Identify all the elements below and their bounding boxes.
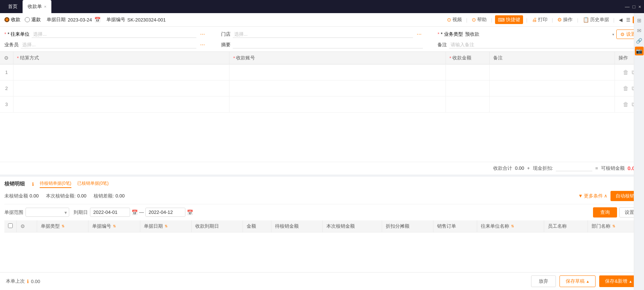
nuclear-info-icon[interactable]: ℹ	[32, 181, 34, 187]
number-value: SK-20230324-001	[127, 17, 166, 23]
range-field: 单据范围	[4, 208, 69, 217]
filter-icon: ▼	[578, 193, 583, 199]
refund-radio[interactable]: 退款	[25, 16, 41, 23]
prev-value: 0.00	[31, 279, 40, 284]
row-account-1[interactable]	[229, 64, 446, 81]
due-label: 到期日	[74, 209, 88, 216]
row-amount-3[interactable]	[445, 97, 489, 113]
nuclear-stats: 未核销金额 0.00 本次核销金额: 0.00 核销差额: 0.00 ▼ 更多条…	[4, 191, 640, 201]
row-account-2[interactable]	[229, 81, 446, 97]
row-settlement-1[interactable]	[13, 64, 229, 81]
partner-input[interactable]	[32, 31, 196, 38]
delete-icon-3[interactable]: 🗑	[623, 101, 629, 108]
row-settlement-2[interactable]	[13, 81, 229, 97]
nav-tab-receipt[interactable]: 收款单 ×	[23, 0, 51, 13]
abandon-btn[interactable]: 放弃	[531, 275, 556, 287]
salesperson-more-btn[interactable]: ···	[199, 42, 206, 48]
row-remarks-1[interactable]	[489, 64, 614, 81]
sort-icon-type: ⇅	[62, 224, 64, 228]
th-sale-order: 销售订单	[433, 220, 477, 232]
date-to-input[interactable]	[145, 208, 185, 217]
summary-input[interactable]	[233, 41, 423, 48]
sidebar-table-icon[interactable]: ⊞	[635, 16, 644, 25]
delete-icon-2[interactable]: 🗑	[623, 85, 629, 92]
equals-sign: =	[595, 165, 598, 171]
operate-icon: ⚙	[557, 17, 562, 23]
bottom-table: ⚙ 单据类型 ⇅ 单据编号 ⇅	[4, 220, 640, 232]
sidebar-mail-icon[interactable]: ✉	[635, 26, 644, 35]
video-label: 视频	[452, 16, 462, 23]
business-type-arrow[interactable]: ▾	[612, 32, 614, 36]
print-icon: 🖨	[532, 17, 537, 23]
summary-field: 摘要	[221, 41, 423, 48]
bottom-gear-icon[interactable]: ⚙	[20, 223, 25, 229]
nuclear-header: 核销明细 ℹ 待核销单据(0笔) 已核销单据(0笔)	[4, 180, 640, 188]
close-tab-icon[interactable]: ×	[44, 4, 46, 9]
salesperson-input[interactable]	[21, 41, 196, 48]
nuclear-tab-done[interactable]: 已核销单据(0笔)	[77, 180, 109, 188]
date-calendar-icon[interactable]: 📅	[94, 17, 101, 23]
summary-row: 收款合计 0.00 + 现金折扣: = 可核销金额 0.00	[0, 162, 644, 175]
filter-right-buttons: 查询 设置	[593, 207, 640, 218]
save-draft-arrow: ▲	[586, 279, 590, 283]
th-current-nuclear: 本次核销金额	[323, 220, 382, 232]
th-amount: 金额	[243, 220, 271, 232]
store-input[interactable]	[233, 31, 413, 38]
video-btn[interactable]: ⊙ 视频	[445, 16, 463, 24]
sidebar-link-icon[interactable]: 🔗	[635, 36, 644, 45]
form-row-1: * 往来单位 ··· 门店 ··· * 业务类型 预收款 ▾ ⚙ 设置	[4, 30, 640, 39]
date-from-calendar-icon[interactable]: 📅	[131, 209, 138, 215]
number-label: 单据编号	[106, 16, 125, 23]
query-btn[interactable]: 查询	[593, 207, 617, 218]
toolbar-row: 收款 退款 单据日期 2023-03-24 📅 单据编号 SK-20230324…	[0, 13, 644, 27]
receipt-radio[interactable]: 收款	[4, 16, 20, 23]
row-settlement-3[interactable]	[13, 97, 229, 113]
layout-list-icon[interactable]: ☰	[625, 16, 632, 23]
range-select[interactable]	[25, 208, 69, 217]
save-new-label: 保存&新增	[605, 278, 627, 285]
nuclear-tab-pending[interactable]: 待核销单据(0笔)	[40, 180, 71, 188]
table-row: 2 🗑 ⧉	[0, 81, 644, 97]
save-draft-btn[interactable]: 保存草稿 ▲	[559, 275, 596, 287]
th-settlement-label: 结算方式	[20, 55, 39, 61]
row-remarks-2[interactable]	[489, 81, 614, 97]
sidebar-camera-icon[interactable]: 📷	[635, 47, 644, 55]
operate-btn[interactable]: ⚙ 操作	[556, 16, 574, 24]
th-gear: ⚙	[17, 220, 37, 232]
right-sidebar: ⊞ ✉ 🔗 📷	[634, 13, 644, 290]
discount-input[interactable]	[556, 165, 592, 171]
date-from-input[interactable]	[90, 208, 130, 217]
remarks-input[interactable]	[449, 41, 640, 48]
delete-icon-1[interactable]: 🗑	[623, 69, 629, 76]
table-row: 1 🗑 ⧉	[0, 64, 644, 81]
row-account-3[interactable]	[229, 97, 446, 113]
layout-prev-icon[interactable]: ◀	[617, 16, 624, 23]
help-btn[interactable]: ⊙ 帮助	[470, 16, 488, 24]
print-btn[interactable]: 🖨 打印	[530, 16, 549, 24]
business-type-label: * 业务类型	[437, 31, 463, 38]
th-employee: 员工名称	[544, 220, 588, 232]
table-row: 3 🗑 ⧉	[0, 97, 644, 113]
row-remarks-3[interactable]	[489, 97, 614, 113]
close-window-icon[interactable]: ×	[638, 4, 641, 9]
business-type-select[interactable]: 预收款	[465, 31, 610, 38]
help-icon: ⊙	[472, 17, 476, 23]
partner-more-btn[interactable]: ···	[199, 31, 206, 38]
store-more-btn[interactable]: ···	[415, 31, 423, 38]
row-amount-2[interactable]	[445, 81, 489, 97]
maximize-icon[interactable]: □	[633, 4, 636, 9]
toolbar-right: ⊙ 视频 | ⊙ 帮助 | ⌨ 快捷键 | 🖨 打印 | ⚙ 操作	[445, 15, 640, 24]
th-amount: * 收款金额	[445, 52, 489, 64]
table-gear-icon[interactable]: ⚙	[4, 55, 9, 61]
row-amount-1[interactable]	[445, 64, 489, 81]
prev-info-icon[interactable]: ℹ	[27, 279, 29, 284]
minimize-icon[interactable]: —	[625, 4, 630, 9]
history-btn[interactable]: 📋 历史单据	[581, 16, 610, 24]
shortcut-btn[interactable]: ⌨ 快捷键	[495, 15, 523, 24]
row-num-2: 2	[0, 81, 13, 97]
more-filter-btn[interactable]: ▼ 更多条件 ∧	[578, 193, 608, 199]
nav-tab-home[interactable]: 首页	[3, 0, 23, 13]
save-new-btn[interactable]: 保存&新增 ▲	[599, 275, 638, 287]
select-all-checkbox[interactable]	[8, 223, 13, 228]
date-to-calendar-icon[interactable]: 📅	[187, 209, 193, 215]
